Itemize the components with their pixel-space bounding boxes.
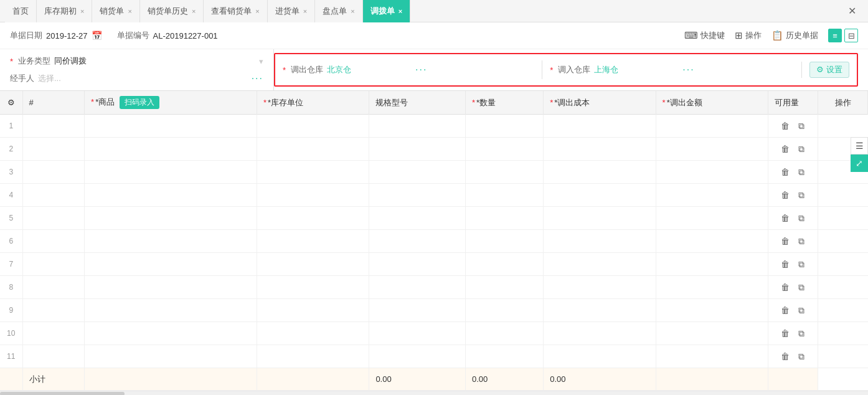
tab-purchase[interactable]: 进货单 × [268,0,315,22]
close-tab-inventory-init[interactable]: × [80,7,84,15]
sidebar-list-button[interactable]: ☰ [851,137,868,155]
row-5-amount[interactable] [544,207,656,230]
copy-row-8-icon[interactable]: ⧉ [795,281,808,293]
delete-row-4-icon[interactable]: 🗑 [779,189,791,201]
copy-row-2-icon[interactable]: ⧉ [795,143,808,155]
row-4-spec[interactable] [257,184,369,207]
row-11-product[interactable] [22,345,85,368]
row-8-spec[interactable] [257,276,369,299]
row-8-cost[interactable] [466,276,544,299]
close-tab-view-sales[interactable]: × [255,7,259,15]
layout-grid-icon[interactable]: ⊟ [844,29,858,42]
tab-view-sales[interactable]: 查看销货单 × [204,0,267,22]
row-4-product[interactable] [22,184,85,207]
row-7-unit[interactable] [85,253,257,276]
row-1-qty[interactable] [369,115,466,138]
close-tab-transfer[interactable]: × [399,7,402,15]
row-8-qty[interactable] [369,276,466,299]
row-3-cost[interactable] [466,161,544,184]
history-tool[interactable]: 📋 历史单据 [771,30,818,41]
row-8-unit[interactable] [85,276,257,299]
row-6-qty[interactable] [369,230,466,253]
row-6-spec[interactable] [257,230,369,253]
setting-button[interactable]: ⚙ 设置 [809,62,849,78]
row-1-amount[interactable] [544,115,656,138]
horizontal-scrollbar[interactable] [0,391,868,395]
row-2-qty[interactable] [369,138,466,161]
delete-row-7-icon[interactable]: 🗑 [779,258,791,270]
row-3-product[interactable] [22,161,85,184]
tab-sales-history[interactable]: 销货单历史 × [140,0,204,22]
scan-button[interactable]: 扫码录入 [120,96,159,109]
row-1-cost[interactable] [466,115,544,138]
scrollbar-thumb[interactable] [0,392,125,395]
row-9-amount[interactable] [544,299,656,322]
copy-row-10-icon[interactable]: ⧉ [795,327,808,340]
row-2-unit[interactable] [85,138,257,161]
copy-row-6-icon[interactable]: ⧉ [795,235,808,247]
row-5-spec[interactable] [257,207,369,230]
row-7-amount[interactable] [544,253,656,276]
close-tab-purchase[interactable]: × [303,7,307,15]
row-9-qty[interactable] [369,299,466,322]
delete-row-5-icon[interactable]: 🗑 [779,212,791,224]
warehouse-in-dots[interactable]: ··· [682,64,694,75]
layout-list-icon[interactable]: ≡ [828,29,842,42]
delete-row-6-icon[interactable]: 🗑 [779,235,791,247]
warehouse-out-value[interactable]: 北京仓 [327,64,402,75]
row-4-qty[interactable] [369,184,466,207]
row-11-unit[interactable] [85,345,257,368]
close-tab-sales-order[interactable]: × [128,7,131,15]
close-tab-stocktaking[interactable]: × [351,7,354,15]
row-2-product[interactable] [22,138,85,161]
copy-row-11-icon[interactable]: ⧉ [795,350,808,363]
row-10-qty[interactable] [369,322,466,345]
row-6-unit[interactable] [85,230,257,253]
tab-home[interactable]: 首页 [5,0,37,22]
row-1-unit[interactable] [85,115,257,138]
row-4-amount[interactable] [544,184,656,207]
row-3-amount[interactable] [544,161,656,184]
row-9-cost[interactable] [466,299,544,322]
copy-row-9-icon[interactable]: ⧉ [795,304,808,316]
row-10-product[interactable] [22,322,85,345]
delete-row-11-icon[interactable]: 🗑 [779,350,791,363]
tab-stocktaking[interactable]: 盘点单 × [315,0,362,22]
row-7-cost[interactable] [466,253,544,276]
warehouse-in-value[interactable]: 上海仓 [594,64,669,75]
tab-inventory-init[interactable]: 库存期初 × [37,0,92,22]
delete-row-8-icon[interactable]: 🗑 [779,281,791,293]
row-6-product[interactable] [22,230,85,253]
sidebar-expand-button[interactable]: ⤢ [851,155,868,172]
copy-row-3-icon[interactable]: ⧉ [795,166,808,178]
row-4-unit[interactable] [85,184,257,207]
row-5-unit[interactable] [85,207,257,230]
row-2-amount[interactable] [544,138,656,161]
row-10-spec[interactable] [257,322,369,345]
row-3-qty[interactable] [369,161,466,184]
row-8-product[interactable] [22,276,85,299]
handler-dots-button[interactable]: ··· [252,73,263,84]
delete-row-10-icon[interactable]: 🗑 [779,327,791,340]
row-10-amount[interactable] [544,322,656,345]
copy-row-5-icon[interactable]: ⧉ [795,212,808,224]
row-5-product[interactable] [22,207,85,230]
gear-column[interactable]: ⚙ [0,91,22,115]
copy-row-4-icon[interactable]: ⧉ [795,189,808,201]
row-5-qty[interactable] [369,207,466,230]
row-3-spec[interactable] [257,161,369,184]
copy-row-1-icon[interactable]: ⧉ [795,120,808,132]
warehouse-out-dots[interactable]: ··· [415,64,427,75]
row-4-cost[interactable] [466,184,544,207]
row-10-unit[interactable] [85,322,257,345]
row-2-spec[interactable] [257,138,369,161]
window-close-button[interactable]: ✕ [841,0,863,22]
delete-row-1-icon[interactable]: 🗑 [779,120,791,132]
row-6-amount[interactable] [544,230,656,253]
row-11-cost[interactable] [466,345,544,368]
tab-transfer[interactable]: 调拨单 × [363,0,410,22]
row-1-spec[interactable] [257,115,369,138]
copy-row-7-icon[interactable]: ⧉ [795,258,808,270]
calendar-icon[interactable]: 📅 [92,31,102,40]
tab-sales-order[interactable]: 销货单 × [92,0,139,22]
